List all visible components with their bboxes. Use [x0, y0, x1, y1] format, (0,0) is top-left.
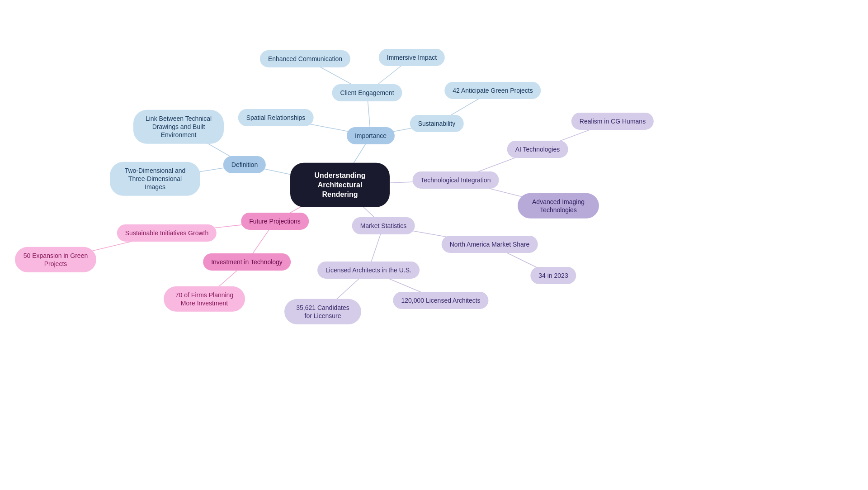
node-realism_cg[interactable]: Realism in CG Humans: [571, 113, 654, 130]
node-tech_integration[interactable]: Technological Integration: [413, 171, 499, 189]
node-34_2023[interactable]: 34 in 2023: [530, 267, 576, 284]
node-spatial_rel[interactable]: Spatial Relationships: [238, 109, 314, 126]
node-adv_imaging[interactable]: Advanced Imaging Technologies: [518, 193, 599, 219]
connections-svg: [0, 0, 868, 490]
node-investment_tech[interactable]: Investment in Technology: [203, 253, 291, 271]
node-north_america[interactable]: North America Market Share: [442, 236, 538, 253]
node-client_engagement[interactable]: Client Engagement: [332, 84, 402, 101]
node-candidates[interactable]: 35,621 Candidates for Licensure: [284, 299, 361, 324]
node-importance[interactable]: Importance: [347, 127, 395, 144]
node-definition[interactable]: Definition: [223, 156, 266, 173]
node-ai_tech[interactable]: AI Technologies: [507, 141, 568, 158]
node-enhanced_comm[interactable]: Enhanced Communication: [260, 50, 350, 67]
node-link_tech[interactable]: Link Between Technical Drawings and Buil…: [133, 110, 224, 144]
node-licensed_120k[interactable]: 120,000 Licensed Architects: [393, 292, 488, 309]
node-market_stats[interactable]: Market Statistics: [352, 217, 415, 234]
node-licensed_arch[interactable]: Licensed Architects in the U.S.: [317, 262, 420, 279]
node-two_dim[interactable]: Two-Dimensional and Three-Dimensional Im…: [110, 162, 200, 196]
node-sustainability[interactable]: Sustainability: [410, 115, 464, 132]
node-70_firms[interactable]: 70 of Firms Planning More Investment: [164, 286, 245, 312]
node-center[interactable]: Understanding Architectural Rendering: [290, 163, 390, 207]
node-50_expansion[interactable]: 50 Expansion in Green Projects: [15, 247, 96, 272]
node-sust_growth[interactable]: Sustainable Initiatives Growth: [117, 224, 217, 242]
node-future_proj[interactable]: Future Projections: [241, 213, 309, 230]
node-immersive_impact[interactable]: Immersive Impact: [379, 49, 445, 66]
node-green_projects_42[interactable]: 42 Anticipate Green Projects: [444, 82, 541, 99]
mind-map-container: Understanding Architectural RenderingImp…: [0, 0, 868, 490]
